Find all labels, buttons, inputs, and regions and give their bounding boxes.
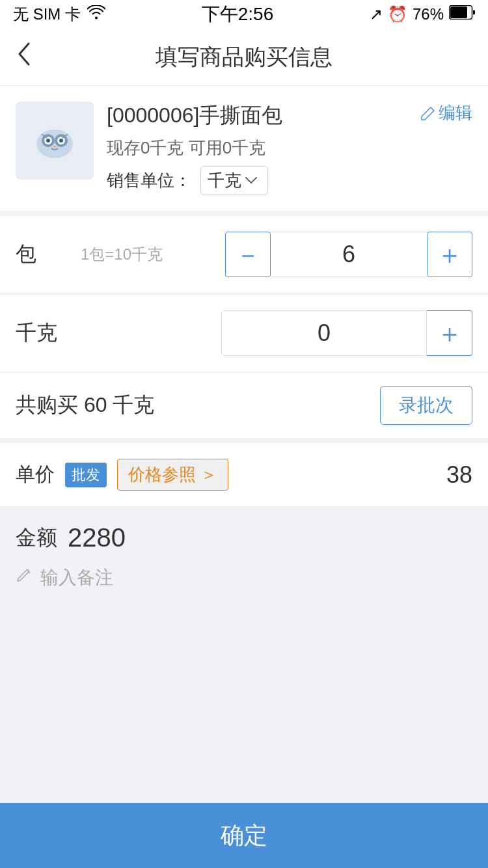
status-left: 无 SIM 卡 bbox=[13, 4, 105, 25]
amount-row: 金额 2280 bbox=[16, 523, 472, 552]
bao-plus-button[interactable]: ＋ bbox=[427, 232, 472, 277]
battery-icon bbox=[449, 5, 475, 23]
bao-label: 包 bbox=[16, 240, 68, 269]
remark-row[interactable]: 输入备注 bbox=[16, 565, 472, 590]
no-sim-label: 无 SIM 卡 bbox=[13, 4, 81, 25]
kg-controls: ＋ bbox=[81, 310, 472, 356]
bao-minus-button[interactable]: － bbox=[225, 232, 271, 277]
amount-value: 2280 bbox=[68, 523, 126, 552]
svg-point-7 bbox=[46, 139, 50, 142]
total-row: 共购买 60 千克 录批次 bbox=[0, 373, 488, 443]
location-icon: ↗ bbox=[370, 5, 383, 23]
kg-plus-button[interactable]: ＋ bbox=[427, 310, 472, 356]
product-card: [0000006]手撕面包 编辑 现存0千克 可用0千克 销售单位： 千克 bbox=[0, 86, 488, 216]
svg-rect-1 bbox=[450, 7, 467, 18]
price-section: 单价 批发 价格参照 ＞ 38 bbox=[0, 443, 488, 508]
page-title: 填写商品购买信息 bbox=[156, 42, 332, 72]
alarm-icon: ⏰ bbox=[388, 5, 407, 23]
amount-label: 金额 bbox=[16, 524, 57, 552]
product-stock: 现存0千克 可用0千克 bbox=[107, 137, 472, 159]
status-right: ↗ ⏰ 76% bbox=[370, 5, 475, 23]
product-image bbox=[16, 102, 94, 180]
price-label: 单价 bbox=[16, 461, 55, 488]
battery-label: 76% bbox=[413, 5, 444, 23]
kg-section: 千克 ＋ bbox=[0, 295, 488, 372]
product-info: [0000006]手撕面包 编辑 现存0千克 可用0千克 销售单位： 千克 bbox=[107, 102, 472, 195]
wifi-icon bbox=[87, 5, 105, 23]
confirm-button[interactable]: 确定 bbox=[0, 803, 488, 868]
product-name: [0000006]手撕面包 bbox=[107, 102, 420, 130]
status-time: 下午2:56 bbox=[202, 2, 274, 27]
pencil-icon bbox=[16, 567, 34, 590]
kg-quantity-input[interactable] bbox=[221, 310, 427, 356]
remark-placeholder[interactable]: 输入备注 bbox=[40, 565, 113, 590]
batch-button[interactable]: 录批次 bbox=[380, 386, 472, 425]
bao-quantity-input[interactable] bbox=[271, 232, 427, 277]
price-ref-button[interactable]: 价格参照 ＞ bbox=[117, 459, 228, 491]
bao-input-row: 包 1包=10千克 － ＋ bbox=[0, 216, 488, 293]
kg-label: 千克 bbox=[16, 319, 68, 347]
bao-hint: 1包=10千克 bbox=[81, 244, 163, 265]
nav-bar: 填写商品购买信息 bbox=[0, 29, 488, 86]
pifa-badge: 批发 bbox=[65, 463, 107, 487]
back-button[interactable] bbox=[16, 41, 31, 73]
amount-section: 金额 2280 输入备注 bbox=[0, 508, 488, 803]
unit-dropdown[interactable]: 千克 bbox=[200, 166, 268, 195]
unit-label: 销售单位： bbox=[107, 169, 191, 192]
status-bar: 无 SIM 卡 下午2:56 ↗ ⏰ 76% bbox=[0, 0, 488, 29]
edit-button[interactable]: 编辑 bbox=[420, 102, 472, 124]
svg-point-8 bbox=[59, 139, 63, 142]
total-label: 共购买 60 千克 bbox=[16, 391, 154, 420]
product-unit-row: 销售单位： 千克 bbox=[107, 166, 472, 195]
price-value: 38 bbox=[446, 461, 472, 489]
bao-controls: － ＋ bbox=[176, 232, 472, 277]
bao-section: 包 1包=10千克 － ＋ bbox=[0, 216, 488, 293]
kg-input-row: 千克 ＋ bbox=[0, 295, 488, 372]
